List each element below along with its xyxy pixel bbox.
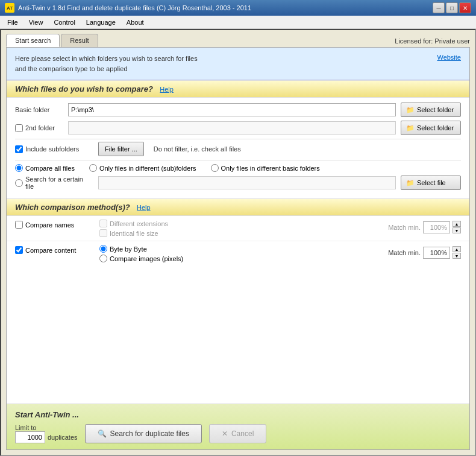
search-button[interactable]: 🔍 Search for duplicate files [85,424,202,443]
compare-content-match: Match min. ▲ ▼ [388,245,461,259]
compare-names-match-input[interactable] [423,221,450,233]
names-match-down[interactable]: ▼ [453,227,461,233]
basic-folder-select-button[interactable]: 📁 Select folder [401,103,461,117]
start-header: Start Anti-Twin ... [15,410,461,419]
only-different-basic-label: Only files in different basic folders [211,164,320,172]
search-certain-file-radio[interactable] [15,179,23,187]
tab-result[interactable]: Result [61,34,98,47]
duplicates-label: duplicates [48,434,78,441]
menu-language[interactable]: Language [81,17,121,27]
method-help-link[interactable]: Help [137,204,151,211]
compare-content-checkbox[interactable] [15,246,23,254]
second-folder-input[interactable] [68,121,396,135]
cancel-button: ✕ Cancel [209,424,266,443]
info-line-2: and the comparison type to be applied [15,64,198,74]
folder-icon-2: 📁 [406,124,415,132]
minimize-button[interactable]: ─ [433,2,445,13]
second-folder-label: 2nd folder [25,124,55,131]
compare-names-match-label: Match min. [388,224,421,231]
compare-names-match: Match min. ▲ ▼ [388,220,461,233]
only-different-basic-radio[interactable] [211,164,219,172]
section-compare-title: Which files do you wish to compare? [15,84,153,93]
tabs: Start search Result [6,34,98,47]
second-folder-row: 2nd folder 📁 Select folder [15,121,461,135]
tab-start-search[interactable]: Start search [6,34,60,47]
content-area: Here please select in which folders you … [6,47,470,450]
cancel-icon: ✕ [222,429,228,438]
menu-control[interactable]: Control [49,17,80,27]
limit-input[interactable] [15,431,45,443]
compare-images-label: Compare images (pixels) [99,255,382,262]
certain-file-input[interactable] [98,176,396,189]
byte-by-byte-radio[interactable] [99,245,107,253]
basic-folder-label: Basic folder [15,106,63,113]
different-extensions-checkbox[interactable] [99,220,107,227]
maximize-button[interactable]: □ [446,2,458,13]
only-different-subfolders-radio[interactable] [89,164,97,172]
second-folder-checkbox[interactable] [15,124,23,132]
search-certain-file-label: Search for a certain file [25,176,93,190]
compare-content-label: Compare content [25,247,76,254]
include-subfolders-checkbox[interactable] [15,145,23,153]
byte-by-byte-label: Byte by Byte [99,245,382,253]
compare-help-link[interactable]: Help [160,86,174,93]
compare-all-radio[interactable] [15,164,23,172]
title-bar-left: AT Anti-Twin v 1.8d Find and delete dupl… [5,3,251,13]
window-controls: ─ □ ✕ [433,2,471,13]
compare-content-match-label: Match min. [388,249,421,256]
compare-names-row: Compare names Different extensions Ident… [7,216,469,241]
info-line-1: Here please select in which folders you … [15,54,198,64]
section-method-header: Which comparison method(s)? Help [7,198,469,216]
title-text: Anti-Twin v 1.8d Find and delete duplica… [18,4,251,11]
content-match-down[interactable]: ▼ [453,253,461,259]
menu-view[interactable]: View [24,17,48,27]
identical-file-size-checkbox[interactable] [99,229,107,237]
compare-names-label: Compare names [25,221,74,229]
different-extensions-label: Different extensions [99,220,382,227]
tab-bar: Start search Result Licensed for: Privat… [1,30,475,47]
website-link[interactable]: Website [437,54,461,61]
names-match-up[interactable]: ▲ [453,221,461,227]
start-controls: Limit to duplicates 🔍 Search for duplica… [15,424,461,443]
compare-names-checkbox[interactable] [15,221,23,229]
subfolders-row: Include subfolders File filter ... Do no… [15,142,461,156]
identical-file-size-label: Identical file size [99,229,382,237]
menu-file[interactable]: File [2,17,23,27]
app-icon: AT [5,3,14,13]
compare-all-radio-label: Compare all files [15,164,75,172]
section-compare-header: Which files do you wish to compare? Help [7,80,469,98]
search-icon: 🔍 [98,429,107,438]
folder-icon-3: 📁 [406,179,415,187]
menu-about[interactable]: About [122,17,149,27]
second-folder-select-button[interactable]: 📁 Select folder [401,121,461,135]
main-window: Start search Result Licensed for: Privat… [0,29,476,456]
license-text: Licensed for: Private user [395,37,470,47]
info-text: Here please select in which folders you … [15,54,198,74]
compare-content-checkbox-col: Compare content [15,245,93,254]
close-button[interactable]: ✕ [459,2,471,13]
search-file-row: Search for a certain file 📁 Select file [15,176,461,190]
compare-names-checkbox-col: Compare names [15,220,93,229]
title-bar: AT Anti-Twin v 1.8d Find and delete dupl… [0,0,476,16]
basic-folder-dropdown-wrapper: P:\mp3\ [68,103,396,116]
basic-folder-select[interactable]: P:\mp3\ [68,103,396,116]
only-different-subfolders-label: Only files in different (sub)folders [89,164,196,172]
include-subfolders-label: Include subfolders [25,145,79,153]
select-file-button[interactable]: 📁 Select file [401,176,461,190]
compare-content-match-input[interactable] [423,247,450,259]
compare-content-options: Byte by Byte Compare images (pixels) [99,245,382,262]
compare-content-row: Compare content Byte by Byte Compare ima… [7,241,469,266]
basic-folder-row: Basic folder P:\mp3\ 📁 Select folder [15,103,461,117]
file-filter-button[interactable]: File filter ... [98,142,144,156]
compare-scope-group: Compare all files Only files in differen… [15,163,461,173]
info-header: Here please select in which folders you … [7,48,469,80]
limit-label: Limit to [15,424,78,431]
start-section: Start Anti-Twin ... Limit to duplicates … [7,404,469,449]
limit-group: Limit to duplicates [15,424,78,443]
folder-form: Basic folder P:\mp3\ 📁 Select folder 2nd… [7,98,469,198]
compare-names-options: Different extensions Identical file size [99,220,382,237]
section-method-title: Which comparison method(s)? [15,203,130,212]
content-match-up[interactable]: ▲ [453,246,461,252]
filter-description: Do not filter, i.e. check all files [154,145,241,153]
compare-images-radio[interactable] [99,255,107,262]
